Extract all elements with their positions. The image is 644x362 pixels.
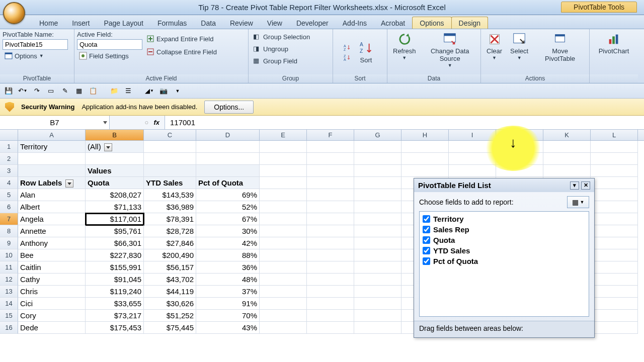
row-header[interactable]: 16 [0, 322, 18, 334]
cell[interactable] [591, 189, 638, 201]
cell[interactable] [496, 165, 543, 177]
cell[interactable] [354, 274, 401, 286]
row-header[interactable]: 14 [0, 298, 18, 310]
cell[interactable] [401, 153, 449, 165]
cell[interactable] [354, 177, 401, 189]
cell[interactable]: 36% [196, 261, 260, 274]
cell[interactable]: 48% [196, 274, 260, 286]
cell[interactable] [307, 189, 354, 201]
cell[interactable]: Caitlin [18, 261, 86, 274]
cell[interactable] [307, 298, 354, 310]
cell[interactable]: 43% [196, 322, 260, 334]
qat-btn-2[interactable]: ✎ [59, 85, 70, 97]
active-field-input[interactable] [77, 39, 142, 50]
cell[interactable] [354, 141, 401, 153]
cell[interactable]: $117,001 [86, 213, 144, 225]
cell[interactable]: Territory [18, 141, 86, 153]
field-list-item[interactable]: YTD Sales [422, 245, 587, 256]
cell[interactable]: 42% [196, 237, 260, 249]
row-header[interactable]: 15 [0, 310, 18, 322]
cell[interactable]: Alan [18, 189, 86, 201]
row-header[interactable]: 1 [0, 141, 18, 153]
cell[interactable] [18, 153, 86, 165]
tab-addins[interactable]: Add-Ins [336, 17, 374, 29]
cell[interactable]: 69% [196, 189, 260, 201]
cell[interactable] [401, 165, 449, 177]
change-data-source-button[interactable]: Change Data Source▼ [422, 31, 478, 69]
cell[interactable] [354, 261, 401, 274]
fx-icon[interactable]: fx [153, 119, 159, 126]
cell[interactable] [307, 201, 354, 213]
cell[interactable]: Dede [18, 322, 86, 334]
qat-btn-7[interactable]: ◢▼ [144, 85, 155, 97]
cell[interactable]: 67% [196, 213, 260, 225]
row-header[interactable]: 6 [0, 201, 18, 213]
ungroup-button[interactable]: ◨Ungroup [251, 44, 290, 54]
cell[interactable] [144, 141, 196, 153]
cell[interactable] [354, 153, 401, 165]
col-header-i[interactable]: I [449, 130, 496, 140]
cell[interactable] [260, 177, 307, 189]
field-list-menu-icon[interactable]: ▾ [570, 182, 579, 190]
cell[interactable] [260, 298, 307, 310]
field-list-item[interactable]: Quota [422, 235, 587, 245]
cell[interactable] [307, 249, 354, 261]
cell[interactable] [144, 153, 196, 165]
tab-review[interactable]: Review [223, 17, 260, 29]
cell[interactable]: $33,655 [86, 298, 144, 310]
col-header-e[interactable]: E [260, 130, 307, 140]
pivottable-name-input[interactable] [3, 39, 68, 50]
field-list[interactable]: TerritorySales RepQuotaYTD SalesPct of Q… [419, 211, 589, 317]
cell[interactable]: $91,045 [86, 274, 144, 286]
cell[interactable]: $75,445 [144, 322, 196, 334]
cell[interactable]: $155,991 [86, 261, 144, 274]
cancel-formula-icon[interactable]: ○ [145, 119, 149, 126]
cell[interactable]: $119,240 [86, 286, 144, 298]
field-list-item[interactable]: Territory [422, 214, 587, 224]
col-header-l[interactable]: L [591, 130, 638, 140]
cell[interactable] [307, 310, 354, 322]
cell[interactable] [196, 165, 260, 177]
cell[interactable]: YTD Sales [144, 177, 196, 189]
cell[interactable]: $51,252 [144, 310, 196, 322]
tab-data[interactable]: Data [194, 17, 223, 29]
cell[interactable]: $95,761 [86, 225, 144, 237]
cell[interactable] [591, 237, 638, 249]
sort-desc-icon[interactable]: ZA [344, 54, 352, 62]
col-header-f[interactable]: F [307, 130, 354, 140]
cell[interactable]: $27,846 [144, 237, 196, 249]
cell[interactable]: Chris [18, 286, 86, 298]
cell[interactable]: $208,027 [86, 189, 144, 201]
pivottable-field-list[interactable]: PivotTable Field List ▾ ✕ Choose fields … [414, 178, 595, 338]
cell[interactable] [18, 165, 86, 177]
cell[interactable] [543, 165, 591, 177]
cell[interactable] [354, 286, 401, 298]
field-checkbox[interactable] [423, 257, 430, 265]
cell[interactable] [354, 310, 401, 322]
cell[interactable] [354, 249, 401, 261]
qat-more-icon[interactable]: ▼ [172, 85, 183, 97]
cell[interactable] [591, 261, 638, 274]
cell[interactable]: Annette [18, 225, 86, 237]
tab-design[interactable]: Design [451, 17, 489, 29]
field-settings-button[interactable]: Field Settings [77, 51, 142, 61]
cell[interactable]: 30% [196, 225, 260, 237]
cell[interactable] [260, 322, 307, 334]
cell[interactable] [591, 177, 638, 189]
cell[interactable]: Bee [18, 249, 86, 261]
cell[interactable] [307, 286, 354, 298]
cell[interactable]: 52% [196, 201, 260, 213]
refresh-button[interactable]: Refresh▼ [390, 31, 419, 61]
cell[interactable] [496, 153, 543, 165]
sort-asc-icon[interactable]: AZ [344, 44, 352, 52]
row-header[interactable]: 9 [0, 237, 18, 249]
row-header[interactable]: 8 [0, 225, 18, 237]
cell[interactable]: Anthony [18, 237, 86, 249]
tab-options[interactable]: Options [412, 17, 451, 29]
cell[interactable] [591, 274, 638, 286]
qat-btn-1[interactable]: ▭ [45, 85, 56, 97]
cell[interactable] [307, 225, 354, 237]
cell[interactable]: $200,490 [144, 249, 196, 261]
cell[interactable]: $28,728 [144, 225, 196, 237]
col-header-k[interactable]: K [543, 130, 591, 140]
